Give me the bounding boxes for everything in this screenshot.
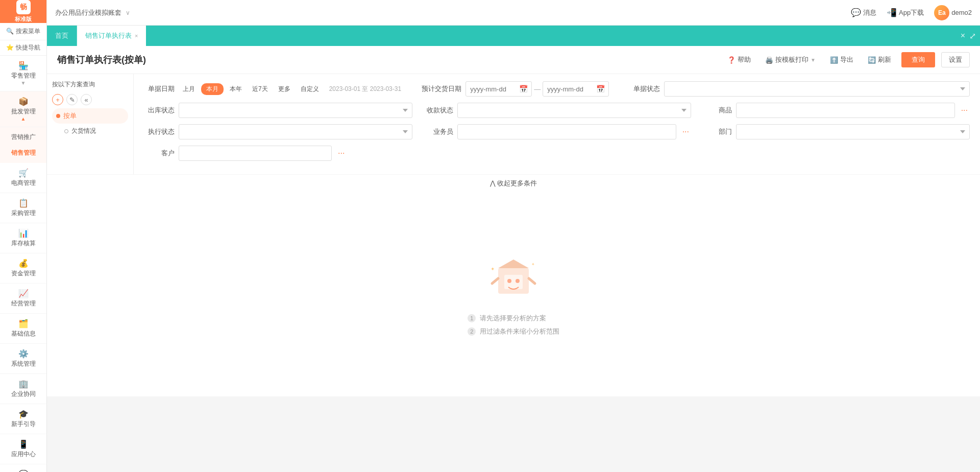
purchase-icon: 📋 (18, 198, 29, 208)
order-status-select[interactable] (664, 81, 970, 97)
customer-dots-btn[interactable]: ··· (336, 149, 347, 158)
order-status-label: 单据状态 (629, 84, 660, 93)
tab-home[interactable]: 首页 (47, 26, 77, 46)
header-left: 办公用品行业模拟账套 ∨ (55, 8, 130, 17)
refresh-label: 刷新 (878, 55, 891, 64)
help-button[interactable]: ❓ 帮助 (723, 53, 755, 66)
sidebar-item-ecommerce[interactable]: 🛒 电商管理 (0, 163, 46, 193)
sub-dot (64, 129, 68, 133)
operations-label: 经营管理 (11, 299, 36, 308)
svg-rect-2 (504, 275, 523, 289)
submenu-sales[interactable]: 销售管理 (0, 145, 46, 161)
ecommerce-icon: 🛒 (18, 168, 29, 178)
wholesale-arrow: ▲ (21, 116, 26, 122)
collapse-more-btn[interactable]: ⋀ 收起更多条件 (47, 174, 980, 192)
date-custom-btn[interactable]: 自定义 (297, 83, 323, 95)
sidebar-item-purchase[interactable]: 📋 采购管理 (0, 193, 46, 223)
date-label: 单据日期 (144, 84, 175, 93)
purchase-label: 采购管理 (11, 209, 36, 218)
message-icon: 💬 (851, 8, 861, 17)
app-logo: 畅 标准版 (0, 0, 46, 23)
date-this-month-btn[interactable]: 本月 (201, 83, 224, 95)
collapse-panel-btn[interactable]: « (81, 94, 92, 105)
page-header-actions: ❓ 帮助 🖨️ 按模板打印 ▼ ⬆️ 导出 🔄 刷新 查询 设置 (723, 52, 970, 74)
wholesale-submenu: 营销推广 销售管理 (0, 127, 46, 163)
filter-left-panel: 按以下方案查询 + ✎ « 按单 (47, 74, 134, 174)
scheme-item-order[interactable]: 按单 (52, 108, 128, 124)
customer-input[interactable] (179, 146, 332, 161)
query-button[interactable]: 查询 (901, 52, 935, 67)
username-label: demo2 (951, 9, 972, 16)
sidebar-item-finance[interactable]: 💰 资金管理 (0, 253, 46, 284)
sidebar-item-system[interactable]: ⚙️ 系统管理 (0, 344, 46, 374)
sidebar-item-operations[interactable]: 📈 经营管理 (0, 284, 46, 314)
sub-label: 欠货情况 (71, 127, 96, 135)
filter-scheme-header: 按以下方案查询 (52, 80, 128, 89)
wechat-icon: 💬 (18, 469, 29, 472)
delivery-start-input[interactable] (465, 81, 532, 97)
finance-label: 资金管理 (11, 269, 36, 278)
salesman-dots-btn[interactable]: ··· (680, 127, 691, 136)
sidebar-item-inventory[interactable]: 📊 库存核算 (0, 223, 46, 253)
sidebar-search[interactable]: 🔍 搜索菜单 (0, 23, 46, 40)
app-download-label: App下载 (899, 8, 924, 17)
help-icon: ❓ (727, 56, 736, 64)
exec-status-select[interactable] (179, 124, 412, 139)
scheme-dot (56, 114, 60, 118)
settings-button[interactable]: 设置 (941, 52, 970, 67)
finance-icon: 💰 (18, 258, 29, 268)
date-this-year-btn[interactable]: 本年 (226, 83, 246, 95)
date-recent7-btn[interactable]: 近7天 (248, 83, 272, 95)
dept-field: 部门 (701, 124, 970, 139)
breadcrumb-text: 办公用品行业模拟账套 (55, 8, 121, 17)
retail-icon: 🏪 (18, 61, 29, 70)
print-icon: 🖨️ (765, 56, 773, 64)
scheme-sub-backorder[interactable]: 欠货情况 (52, 124, 128, 138)
goods-input[interactable] (736, 103, 955, 118)
tab-close-icon[interactable]: × (135, 33, 138, 39)
sidebar-quick-nav[interactable]: ⭐ 快捷导航 (0, 40, 46, 56)
user-action[interactable]: Ea demo2 (934, 5, 972, 20)
add-scheme-btn[interactable]: + (52, 94, 63, 105)
dept-select[interactable] (736, 124, 970, 139)
order-status-field: 单据状态 (629, 81, 970, 97)
filter-row-3: 执行状态 业务员 ··· 部门 (144, 124, 970, 139)
app-download-action[interactable]: 📲 App下载 (887, 8, 924, 17)
exec-status-field: 执行状态 (144, 124, 412, 139)
date-quick-btns: 上月 本月 本年 近7天 更多 自定义 (179, 83, 323, 95)
receive-status-field: 收款状态 (423, 103, 691, 118)
date-more-btn[interactable]: 更多 (274, 83, 295, 95)
date-range-display: 2023-03-01 至 2023-03-31 (329, 85, 401, 93)
print-button[interactable]: 🖨️ 按模板打印 ▼ (761, 53, 820, 66)
empty-state: ✦ ✦ 1 请先选择要分析的方案 2 用过滤条件来缩小分析范围 (47, 192, 980, 396)
inventory-icon: 📊 (18, 228, 29, 238)
sidebar-item-wholesale[interactable]: 📦 批发管理 ▲ (0, 91, 46, 127)
out-status-select[interactable] (179, 103, 412, 118)
export-button[interactable]: ⬆️ 导出 (826, 53, 857, 66)
delivery-end-input[interactable] (543, 81, 609, 97)
edit-scheme-btn[interactable]: ✎ (66, 94, 78, 105)
sidebar-item-appcenter[interactable]: 📱 应用中心 (0, 434, 46, 464)
refresh-button[interactable]: 🔄 刷新 (864, 53, 895, 66)
sidebar-item-wechat[interactable]: 💬 企业微信 (0, 464, 46, 472)
sidebar-item-enterprise[interactable]: 🏢 企业协同 (0, 374, 46, 404)
submenu-marketing[interactable]: 营销推广 (0, 129, 46, 145)
goods-dots-btn[interactable]: ··· (959, 106, 970, 115)
expected-delivery-range: 📅 — 📅 (465, 81, 609, 97)
tab-sales-order[interactable]: 销售订单执行表 × (77, 26, 146, 46)
salesman-input[interactable] (457, 124, 676, 139)
newuser-label: 新手引导 (11, 420, 36, 429)
date-prev-month-btn[interactable]: 上月 (179, 83, 199, 95)
export-label: 导出 (840, 55, 853, 64)
sidebar-item-newuser[interactable]: 🎓 新手引导 (0, 404, 46, 434)
receive-status-select[interactable] (457, 103, 691, 118)
sidebar-item-basic[interactable]: 🗂️ 基础信息 (0, 314, 46, 344)
tab-close-btn[interactable]: × (961, 31, 965, 40)
message-action[interactable]: 💬 消息 (851, 8, 876, 17)
filter-scheme-actions: + ✎ « (52, 94, 128, 105)
tab-maximize-btn[interactable]: ⤢ (969, 31, 976, 41)
date-separator: — (534, 85, 541, 93)
breadcrumb-arrow-icon[interactable]: ∨ (126, 9, 130, 16)
basic-icon: 🗂️ (18, 319, 29, 328)
sidebar-item-retail[interactable]: 🏪 零售管理 ▼ (0, 56, 46, 91)
